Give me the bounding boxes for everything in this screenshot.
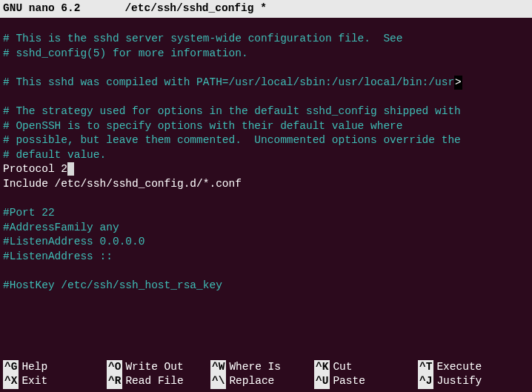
file-line: # possible, but leave them commented. Un…	[3, 133, 529, 148]
file-line: Protocol 2	[3, 162, 529, 177]
editor-area[interactable]: # This is the sshd server system-wide co…	[0, 18, 532, 293]
shortcut-cut[interactable]: ^KCut	[314, 360, 418, 375]
shortcut-readfile[interactable]: ^RRead File	[107, 374, 210, 389]
file-line: # This sshd was compiled with PATH=/usr/…	[3, 76, 529, 90]
cursor	[67, 162, 74, 175]
file-line: # This is the sshd server system-wide co…	[3, 32, 529, 47]
file-line: #HostKey /etc/ssh/ssh_host_rsa_key	[3, 279, 529, 293]
file-line: # sshd_config(5) for more information.	[3, 47, 529, 62]
file-line: # The strategy used for options in the d…	[3, 104, 529, 119]
file-line: Include /etc/ssh/sshd_config.d/*.conf	[3, 177, 529, 192]
file-line: #Port 22	[3, 206, 529, 221]
app-name: GNU nano 6.2	[3, 1, 124, 16]
shortcut-paste[interactable]: ^UPaste	[314, 374, 418, 389]
shortcut-writeout[interactable]: ^OWrite Out	[107, 360, 210, 375]
shortcut-whereis[interactable]: ^WWhere Is	[210, 360, 314, 375]
truncation-indicator: >	[454, 76, 462, 90]
file-line: # OpenSSH is to specify options with the…	[3, 119, 529, 134]
shortcut-exit[interactable]: ^XExit	[3, 374, 107, 389]
shortcut-execute[interactable]: ^TExecute	[418, 360, 522, 375]
file-path: /etc/ssh/sshd_config *	[124, 1, 529, 16]
shortcut-justify[interactable]: ^JJustify	[418, 374, 522, 389]
file-line: #ListenAddress 0.0.0.0	[3, 235, 529, 250]
shortcut-replace[interactable]: ^\Replace	[210, 374, 314, 389]
shortcut-bar: ^GHelp ^OWrite Out ^WWhere Is ^KCut ^TEx…	[3, 360, 529, 389]
file-line: #ListenAddress ::	[3, 250, 529, 265]
file-line: #AddressFamily any	[3, 221, 529, 236]
file-line: # default value.	[3, 148, 529, 163]
titlebar: GNU nano 6.2 /etc/ssh/sshd_config *	[0, 0, 532, 18]
shortcut-help[interactable]: ^GHelp	[3, 360, 107, 375]
